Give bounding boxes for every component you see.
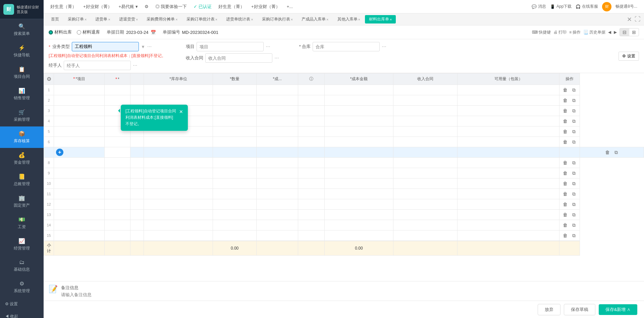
user-name[interactable]: 畅捷通8号...: [615, 4, 637, 9]
sidebar-item-sales[interactable]: 📊销售管理: [0, 84, 44, 105]
sidebar-item-ledger[interactable]: 📒总账管理: [0, 169, 44, 191]
add-row-btn-cell[interactable]: +: [54, 147, 105, 158]
tab-other-in[interactable]: 其他入库单 ×: [333, 15, 364, 23]
user-avatar[interactable]: 财: [602, 2, 611, 11]
row-delete-btn[interactable]: 🗑: [561, 201, 569, 208]
project-dots[interactable]: ···: [266, 44, 270, 50]
calendar-icon[interactable]: 📅: [151, 30, 156, 35]
topbar-brand-2[interactable]: +好业财（菁）: [80, 0, 115, 13]
tab-purchase-stats[interactable]: 采购订单统计表 ×: [182, 15, 221, 23]
row-copy-btn[interactable]: ⧉: [570, 169, 578, 177]
row-delete-btn[interactable]: 🗑: [561, 211, 569, 218]
handler-dots[interactable]: ···: [133, 62, 137, 68]
warehouse-dots[interactable]: ···: [382, 44, 386, 50]
row-copy-btn[interactable]: ⧉: [570, 97, 578, 104]
add-row-button[interactable]: +: [56, 149, 63, 156]
topbar-settings[interactable]: ⚙: [141, 0, 152, 13]
tab-incoming[interactable]: 进货单 ×: [91, 15, 114, 23]
radio-material-return[interactable]: 材料退库: [77, 29, 100, 35]
shortcut-btn[interactable]: ⌨ 快捷键: [532, 30, 551, 35]
close-main-btn[interactable]: ✕: [627, 16, 632, 23]
notes-input[interactable]: [61, 292, 639, 297]
sidebar-item-ops[interactable]: 📈经营管理: [0, 234, 44, 255]
view-list-btn[interactable]: ⊞: [629, 29, 639, 36]
project-input[interactable]: [197, 42, 264, 51]
sidebar-item-asset[interactable]: 🏢固定资产: [0, 191, 44, 212]
tab-purchase-exec[interactable]: 采购订单执行表 ×: [258, 15, 297, 23]
sidebar-item-finance[interactable]: 💰资金管理: [0, 148, 44, 169]
tab-purchase-fee[interactable]: 采购费用分摊单 ×: [143, 15, 181, 23]
sidebar-item-purchase[interactable]: 🛒采购管理: [0, 105, 44, 126]
topbar-more-1[interactable]: 好生意（菁）: [215, 0, 248, 13]
sidebar-item-quick[interactable]: ⚡快捷导航: [0, 41, 44, 62]
row-copy-btn[interactable]: ⧉: [570, 159, 578, 166]
row-copy-btn[interactable]: ⧉: [570, 128, 578, 135]
row-delete-btn[interactable]: 🗑: [561, 169, 569, 177]
row-copy-btn[interactable]: ⧉: [570, 211, 578, 218]
row-copy-btn[interactable]: ⧉: [570, 190, 578, 198]
row-copy-btn[interactable]: ⧉: [570, 180, 578, 187]
row-copy-btn[interactable]: ⧉: [570, 117, 578, 125]
dropdown-arrow-icon[interactable]: ▼: [141, 44, 145, 49]
topbar-more-3[interactable]: +...: [283, 0, 296, 13]
handler-input[interactable]: [64, 61, 131, 70]
tab-incoming-return[interactable]: 进退货货 ×: [115, 15, 142, 23]
row-copy-btn[interactable]: ⧉: [570, 107, 578, 114]
row-delete-btn[interactable]: 🗑: [561, 97, 569, 104]
settings-button[interactable]: ⚙ 设置: [619, 52, 639, 61]
business-type-dots[interactable]: ···: [147, 44, 152, 50]
tab-product-in[interactable]: 产成品入库单 ×: [298, 15, 332, 23]
row-delete-btn[interactable]: 🗑: [561, 159, 569, 166]
app-download-btn[interactable]: 📱 App下载: [550, 4, 572, 9]
row-delete-btn[interactable]: 🗑: [561, 128, 569, 135]
th-settings[interactable]: ⚙: [44, 73, 54, 85]
view-grid-btn[interactable]: ⊟: [620, 29, 629, 36]
row-delete-btn[interactable]: 🗑: [561, 86, 569, 94]
draft-button[interactable]: 保存草稿: [564, 304, 595, 315]
history-btn[interactable]: 📃 历史单据: [583, 30, 605, 35]
sidebar-settings[interactable]: ⚙ 设置: [0, 298, 44, 310]
row-delete-btn[interactable]: 🗑: [604, 149, 611, 156]
sidebar-item-base[interactable]: 🗂基础信息: [0, 255, 44, 276]
topbar-experience[interactable]: ◎ 我要体验一下: [152, 0, 191, 13]
topbar-more-2[interactable]: +好业财（菁）: [248, 0, 283, 13]
message-btn[interactable]: 💬 消息: [532, 4, 546, 9]
sidebar-item-salary[interactable]: 💵工资: [0, 212, 44, 234]
row-delete-btn[interactable]: 🗑: [561, 117, 569, 125]
print-btn[interactable]: 🖨 打印: [553, 30, 567, 35]
online-service-btn[interactable]: 🎧 在线客服: [576, 4, 598, 9]
prev-btn[interactable]: ◀: [608, 30, 611, 35]
discard-button[interactable]: 放弃: [538, 304, 560, 315]
row-copy-btn[interactable]: ⧉: [570, 86, 578, 94]
sidebar-item-project[interactable]: 📋项目合同: [0, 62, 44, 84]
sidebar-item-system[interactable]: ⚙系统管理: [0, 276, 44, 298]
row-copy-btn[interactable]: ⧉: [570, 232, 578, 239]
tab-incoming-stats[interactable]: 进货单统计表 ×: [222, 15, 257, 23]
row-copy-btn[interactable]: ⧉: [612, 149, 620, 156]
tab-purchase-order[interactable]: 采购订单 ×: [64, 15, 91, 23]
sidebar-item-inventory[interactable]: 📦库存核算: [0, 126, 44, 148]
add-row-input[interactable]: [105, 147, 130, 158]
topbar-brand-3[interactable]: +易代账 ▾: [115, 0, 141, 13]
tooltip-close-btn[interactable]: ✕: [179, 108, 183, 115]
th-cost-info[interactable]: ⓘ: [298, 73, 324, 85]
tab-material-out[interactable]: 材料出库单 ×: [365, 15, 396, 23]
income-dots[interactable]: ···: [274, 55, 279, 61]
row-copy-btn[interactable]: ⧉: [570, 221, 578, 229]
radio-material-out[interactable]: 材料出库: [49, 29, 72, 35]
row-delete-btn[interactable]: 🗑: [561, 138, 569, 146]
row-delete-btn[interactable]: 🗑: [561, 107, 569, 114]
warehouse-input[interactable]: [313, 42, 380, 51]
tab-home[interactable]: 首页: [47, 15, 63, 23]
row-copy-btn[interactable]: ⧉: [570, 138, 578, 146]
row-delete-btn[interactable]: 🗑: [561, 190, 569, 198]
maximize-btn[interactable]: ⛶: [635, 16, 641, 23]
sidebar-collapse[interactable]: ◀ 收起: [0, 310, 44, 318]
row-copy-btn[interactable]: ⧉: [570, 201, 578, 208]
row-delete-btn[interactable]: 🗑: [561, 232, 569, 239]
income-contract-input[interactable]: [205, 53, 272, 63]
row-delete-btn[interactable]: 🗑: [561, 221, 569, 229]
sidebar-item-search[interactable]: 🔍搜索菜单: [0, 19, 44, 41]
topbar-certified[interactable]: ✓ 已认证: [190, 0, 215, 13]
save-new-button[interactable]: 保存&新增 ∧: [599, 304, 637, 315]
